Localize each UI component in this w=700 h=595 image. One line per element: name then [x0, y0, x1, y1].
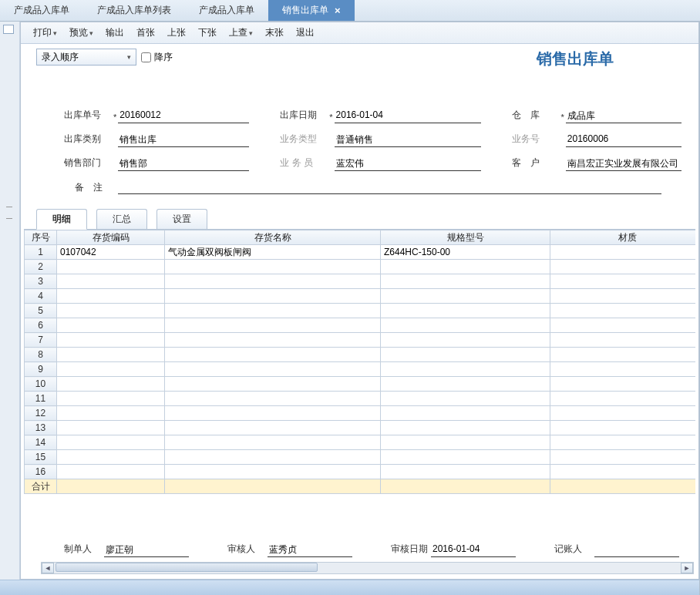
tab-settings[interactable]: 设置 — [156, 209, 207, 229]
upcheck-button[interactable]: 上查▾ — [224, 24, 257, 42]
cell-mat[interactable] — [550, 362, 696, 377]
exit-button[interactable]: 退出 — [291, 24, 319, 42]
grid-wrap[interactable]: 序号 存货编码 存货名称 规格型号 材质 10107042气动金属双阀板闸阀Z6… — [24, 229, 695, 506]
table-row[interactable]: 13 — [25, 421, 696, 435]
table-row[interactable]: 6 — [25, 318, 696, 333]
output-button[interactable]: 输出 — [101, 24, 129, 42]
scroll-left-icon[interactable]: ◄ — [42, 563, 54, 573]
next-button[interactable]: 下张 — [194, 24, 221, 42]
table-row[interactable]: 8 — [25, 348, 696, 362]
cell-spec[interactable] — [381, 450, 550, 465]
scroll-right-icon[interactable]: ► — [681, 563, 693, 573]
tab-product-in-2[interactable]: 产成品入库单 — [185, 0, 268, 21]
cell-spec[interactable] — [381, 406, 550, 421]
table-row[interactable]: 15 — [25, 450, 696, 465]
tab-product-in-1[interactable]: 产成品入库单 — [0, 0, 83, 21]
cell-name[interactable]: 气动金属双阀板闸阀 — [165, 245, 381, 260]
cell-code[interactable] — [57, 450, 165, 465]
table-row[interactable]: 4 — [25, 289, 696, 304]
table-row[interactable]: 3 — [25, 274, 696, 289]
print-button[interactable]: 打印▾ — [29, 24, 62, 42]
cell-spec[interactable]: Z644HC-150-00 — [381, 245, 550, 260]
scroll-track[interactable] — [54, 563, 681, 573]
cell-spec[interactable] — [381, 465, 550, 479]
cell-spec[interactable] — [381, 362, 550, 377]
cell-mat[interactable] — [550, 260, 696, 274]
tab-sales-out[interactable]: 销售出库单 × — [268, 0, 355, 21]
cell-code[interactable] — [57, 465, 165, 479]
customer-value[interactable]: 南昌宏正实业发展有限公司 — [566, 157, 681, 171]
cell-code[interactable] — [57, 362, 165, 377]
cell-mat[interactable] — [550, 274, 696, 289]
tab-summary[interactable]: 汇总 — [96, 209, 147, 229]
cell-code[interactable] — [57, 318, 165, 333]
cell-code[interactable]: 0107042 — [57, 245, 165, 260]
cell-code[interactable] — [57, 435, 165, 450]
sale-dept-value[interactable]: 销售部 — [118, 157, 249, 171]
cell-code[interactable] — [57, 289, 165, 304]
cell-code[interactable] — [57, 377, 165, 392]
cell-spec[interactable] — [381, 260, 550, 274]
cell-spec[interactable] — [381, 392, 550, 406]
close-icon[interactable]: × — [335, 5, 341, 16]
cell-name[interactable] — [165, 377, 381, 392]
horizontal-scrollbar[interactable]: ◄ ► — [41, 562, 694, 574]
cell-name[interactable] — [165, 289, 381, 304]
cell-mat[interactable] — [550, 377, 696, 392]
cell-code[interactable] — [57, 406, 165, 421]
cell-mat[interactable] — [550, 450, 696, 465]
cell-name[interactable] — [165, 348, 381, 362]
cell-spec[interactable] — [381, 304, 550, 318]
cell-name[interactable] — [165, 318, 381, 333]
out-type-value[interactable]: 销售出库 — [118, 133, 249, 147]
cell-code[interactable] — [57, 304, 165, 318]
cell-name[interactable] — [165, 362, 381, 377]
cell-mat[interactable] — [550, 465, 696, 479]
cell-mat[interactable] — [550, 406, 696, 421]
scroll-thumb[interactable] — [56, 563, 318, 572]
preview-button[interactable]: 预览▾ — [65, 24, 98, 42]
cell-spec[interactable] — [381, 348, 550, 362]
cell-spec[interactable] — [381, 289, 550, 304]
cell-code[interactable] — [57, 333, 165, 348]
table-row[interactable]: 5 — [25, 304, 696, 318]
cell-name[interactable] — [165, 333, 381, 348]
table-row[interactable]: 9 — [25, 362, 696, 377]
cell-spec[interactable] — [381, 377, 550, 392]
cell-mat[interactable] — [550, 304, 696, 318]
cell-spec[interactable] — [381, 333, 550, 348]
col-seq[interactable]: 序号 — [25, 230, 57, 245]
cell-mat[interactable] — [550, 421, 696, 435]
table-row[interactable]: 12 — [25, 406, 696, 421]
table-row[interactable]: 7 — [25, 333, 696, 348]
cell-name[interactable] — [165, 465, 381, 479]
cell-name[interactable] — [165, 392, 381, 406]
cell-spec[interactable] — [381, 318, 550, 333]
out-no-value[interactable]: 20160012 — [118, 109, 249, 123]
cell-mat[interactable] — [550, 435, 696, 450]
out-date-value[interactable]: 2016-01-04 — [335, 109, 481, 123]
cell-code[interactable] — [57, 421, 165, 435]
cell-code[interactable] — [57, 274, 165, 289]
order-select[interactable]: 录入顺序 ▾ — [36, 49, 136, 66]
tab-detail[interactable]: 明细 — [36, 209, 87, 230]
cell-mat[interactable] — [550, 348, 696, 362]
biz-no-value[interactable]: 20160006 — [566, 133, 681, 147]
cell-name[interactable] — [165, 435, 381, 450]
col-mat[interactable]: 材质 — [550, 230, 696, 245]
remark-value[interactable] — [118, 180, 661, 194]
cell-name[interactable] — [165, 450, 381, 465]
cell-name[interactable] — [165, 406, 381, 421]
biz-person-value[interactable]: 蓝宏伟 — [335, 157, 481, 171]
cell-name[interactable] — [165, 421, 381, 435]
cell-mat[interactable] — [550, 289, 696, 304]
biz-type-value[interactable]: 普通销售 — [335, 133, 481, 147]
tab-product-in-list[interactable]: 产成品入库单列表 — [83, 0, 185, 21]
first-button[interactable]: 首张 — [132, 24, 160, 42]
col-name[interactable]: 存货名称 — [165, 230, 381, 245]
cell-mat[interactable] — [550, 333, 696, 348]
table-row[interactable]: 10107042气动金属双阀板闸阀Z644HC-150-00 — [25, 245, 696, 260]
prev-button[interactable]: 上张 — [163, 24, 190, 42]
cell-spec[interactable] — [381, 435, 550, 450]
col-code[interactable]: 存货编码 — [57, 230, 165, 245]
